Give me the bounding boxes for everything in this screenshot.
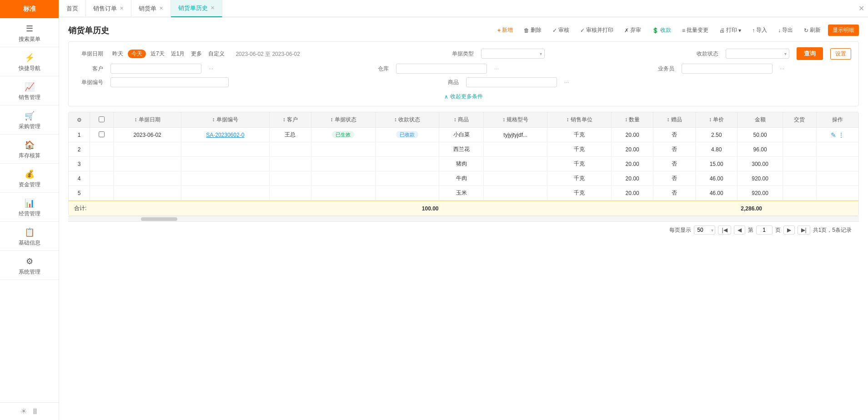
sidebar-item-quick-nav[interactable]: ⚡ 快捷导航 [0,47,59,76]
display-detail-button[interactable]: 显示明细 [828,25,859,36]
agent-ellipsis[interactable]: ··· [780,65,784,72]
cell-price: 46.00 [695,186,738,200]
warehouse-input[interactable] [396,64,487,74]
cell-delivery [783,171,816,186]
cell-orderno[interactable] [181,142,269,157]
th-pay-status[interactable]: ↕ 收款状态 [375,112,439,128]
th-settings[interactable]: ⚙ [69,112,90,128]
shortcut-1month[interactable]: 近1月 [169,50,187,58]
th-goods[interactable]: ↕ 商品 [439,112,484,128]
batch-change-button[interactable]: ≡ 批量变更 [678,25,712,36]
sidebar-item-operations[interactable]: 📊 经营管理 [0,193,59,222]
shortcut-yesterday[interactable]: 昨天 [110,50,125,58]
sidebar-item-inventory[interactable]: 🏠 库存核算 [0,135,59,164]
sidebar-pause-icon[interactable]: ⏸ [31,407,39,416]
cell-actions: ✎⋮ [816,128,858,142]
th-price[interactable]: ↕ 单价 [695,112,738,128]
last-page-button[interactable]: ▶| [798,225,810,235]
cell-checkbox[interactable] [90,186,114,200]
customer-input[interactable] [110,64,201,74]
tab-sales-history-close[interactable]: ✕ [211,5,215,11]
type-select[interactable] [481,49,545,59]
purchase-icon: 🛒 [25,111,35,121]
tab-sales-goods-close[interactable]: ✕ [159,5,163,11]
next-page-button[interactable]: ▶ [783,225,795,235]
shortcut-custom[interactable]: 自定义 [206,50,226,58]
cell-actions [816,171,858,186]
audit-print-button[interactable]: ✓ 审核并打印 [577,25,617,36]
cell-orderno[interactable] [181,157,269,171]
prev-page-button[interactable]: ◀ [734,225,745,235]
th-date[interactable]: ↕ 单据日期 [114,112,181,128]
tab-sales-history[interactable]: 销货单历史 ✕ [171,0,222,17]
customer-ellipsis[interactable]: ··· [209,65,213,72]
order-link[interactable]: SA-20230602-0 [206,132,244,138]
cell-goods: 西兰花 [439,142,484,157]
cell-checkbox[interactable] [90,142,114,157]
date-filter-label: 单据日期 [76,50,103,58]
goods-ellipsis[interactable]: ··· [564,79,569,85]
warehouse-ellipsis[interactable]: ··· [494,65,499,72]
audit-button[interactable]: ✓ 审核 [549,25,573,36]
per-page-select[interactable]: 50 100 200 [694,225,715,235]
cell-checkbox[interactable] [90,171,114,186]
th-amount: 金额 [738,112,783,128]
add-button[interactable]: + 新增 [494,25,517,36]
cell-price: 46.00 [695,171,738,186]
print-button[interactable]: 🖨 打印 ▾ [716,25,745,36]
cell-spec [483,171,547,186]
sidebar-item-sales-mgmt[interactable]: 📈 销售管理 [0,76,59,105]
shortcut-more[interactable]: 更多 [189,50,204,58]
scroll-thumb[interactable] [141,217,177,221]
goods-input[interactable] [466,77,557,87]
cell-orderno[interactable] [181,171,269,186]
th-customer[interactable]: ↕ 客户 [269,112,311,128]
tab-sales-order[interactable]: 销售订单 ✕ [86,0,131,17]
collapse-button[interactable]: ∧ 收起更多条件 [444,93,483,100]
abandon-button[interactable]: ✗ 弃审 [621,25,645,36]
row-checkbox[interactable] [99,131,105,137]
sidebar-item-finance-mgmt[interactable]: 💰 资金管理 [0,164,59,193]
goods-filter-label: 商品 [431,79,459,86]
th-qty[interactable]: ↕ 数量 [611,112,653,128]
cell-customer [269,157,311,171]
orderno-input[interactable] [110,77,229,87]
sidebar-item-search-menu[interactable]: ☰ 搜索菜单 [0,18,59,47]
tab-sales-order-close[interactable]: ✕ [120,5,124,11]
sidebar-sun-icon[interactable]: ☀ [20,406,27,416]
th-doc-status[interactable]: ↕ 单据状态 [311,112,375,128]
sidebar-item-basic-info[interactable]: 📋 基础信息 [0,222,59,251]
th-orderno[interactable]: ↕ 单据编号 [181,112,269,128]
agent-input[interactable] [682,64,773,74]
shortcut-today[interactable]: 今天 [128,50,146,58]
edit-action-icon[interactable]: ✎ [831,131,836,139]
cell-orderno[interactable] [181,186,269,200]
th-unit[interactable]: ↕ 销售单位 [547,112,611,128]
sidebar-item-purchase-mgmt[interactable]: 🛒 采购管理 [0,105,59,135]
settings-button[interactable]: 设置 [830,48,851,60]
th-spec[interactable]: ↕ 规格型号 [483,112,547,128]
select-all-checkbox[interactable] [99,116,105,122]
collect-button[interactable]: 💲 收款 [648,25,675,36]
cell-checkbox[interactable] [90,157,114,171]
more-action-icon[interactable]: ⋮ [838,131,844,139]
import-button[interactable]: ↑ 导入 [748,25,771,36]
tab-sales-order-label: 销售订单 [93,5,117,13]
refresh-button[interactable]: ↻ 刷新 [800,25,824,36]
tab-bar-close-all[interactable]: ✕ [858,4,868,13]
status-select[interactable] [726,49,789,59]
first-page-button[interactable]: |◀ [718,225,731,235]
tab-home[interactable]: 首页 [59,0,86,17]
query-button[interactable]: 查询 [797,47,823,60]
export-button[interactable]: ↓ 导出 [774,25,797,36]
sidebar-item-system-mgmt[interactable]: ⚙ 系统管理 [0,251,59,280]
cell-checkbox[interactable] [90,128,114,142]
delete-button[interactable]: 🗑 删除 [520,25,545,36]
shortcut-7days[interactable]: 近7天 [149,50,166,58]
th-checkbox[interactable] [90,112,114,128]
th-gift[interactable]: ↕ 赠品 [653,112,696,128]
page-number-input[interactable] [756,225,773,235]
tab-sales-goods[interactable]: 销货单 ✕ [131,0,171,17]
cell-orderno[interactable]: SA-20230602-0 [181,128,269,142]
horizontal-scrollbar[interactable] [68,216,859,221]
